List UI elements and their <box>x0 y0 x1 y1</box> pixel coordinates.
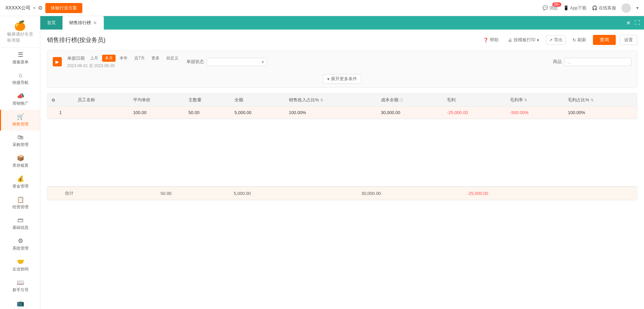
footer-table: 合计 50.00 5,000.00 30,000.00 -25,000.00 <box>47 187 637 200</box>
custom-date-btn[interactable]: 自定义 <box>164 55 181 62</box>
profit-ratio-sort-icon[interactable]: ⇅ <box>591 98 594 102</box>
sidebar-item-inventory[interactable]: 📦 库存核算 <box>0 151 40 172</box>
online-service-button[interactable]: 🎧 在线客服 <box>592 5 616 11</box>
cell-profit: -25,000.00 <box>443 107 506 119</box>
sidebar-label-sales: 销售管理 <box>12 121 29 127</box>
filter-row: ▶ 单据日期 上月 本月 本年 近7天 更多 <box>53 55 632 69</box>
footer-cell-icon <box>47 187 61 200</box>
goods-filter-group: 商品 ... <box>553 58 632 66</box>
goods-placeholder: ... <box>567 59 571 64</box>
footer-quantity: 50.00 <box>157 187 230 200</box>
sidebar-item-quick-nav[interactable]: ⌂ 快捷导航 <box>0 68 40 89</box>
sidebar-item-app-center[interactable]: 📺 应用中心 <box>0 296 40 309</box>
sidebar-label-inventory: 库存核算 <box>12 163 29 168</box>
trial-button[interactable]: 体验行业方案 <box>45 3 82 13</box>
last-7-days-btn[interactable]: 近7天 <box>132 55 147 62</box>
sidebar-item-marketing[interactable]: 📣 营销推广 <box>0 89 40 110</box>
cell-cost: 30,000.00 <box>377 107 443 119</box>
message-badge: 99+ <box>552 2 561 7</box>
tab-sales-rank[interactable]: 销售排行榜 ✕ <box>62 16 104 30</box>
top-settings-icon[interactable]: ⚙ <box>38 5 43 11</box>
expand-window-icon[interactable]: ⛶ <box>635 20 640 26</box>
inventory-icon: 📦 <box>17 154 24 162</box>
expand-filters-button[interactable]: ▾ 展开更多条件 <box>323 74 361 84</box>
headset-icon: 🎧 <box>592 5 597 10</box>
sidebar-item-guide[interactable]: 📖 新手引导 <box>0 275 40 296</box>
last-month-btn[interactable]: 上月 <box>87 55 101 62</box>
chevron-down-icon: ▾ <box>636 5 639 10</box>
help-icon: ❓ <box>483 38 488 43</box>
cell-avg-price: 100.00 <box>129 107 184 119</box>
sidebar-label-purchase: 采购管理 <box>12 142 29 148</box>
tab-home[interactable]: 首页 <box>40 16 62 30</box>
app-download-button[interactable]: 📱 App下载 <box>563 5 587 11</box>
cell-rank: 1 <box>47 107 74 119</box>
sidebar-item-system[interactable]: ⚙ 系统管理 <box>0 234 40 255</box>
refresh-icon: ↻ <box>572 38 576 43</box>
tab-bar: 首页 销售排行榜 ✕ ✕ ⛶ <box>40 16 644 30</box>
th-quantity: 主数量 <box>184 94 230 107</box>
user-dropdown[interactable]: ▾ <box>636 5 639 10</box>
goods-input[interactable]: ... <box>564 58 632 66</box>
help-button[interactable]: ❓ 帮助 <box>480 36 501 44</box>
expand-row: ▾ 展开更多条件 <box>53 71 632 84</box>
status-select[interactable]: ▾ <box>207 58 267 66</box>
sidebar-item-operations[interactable]: 📋 经营管理 <box>0 193 40 213</box>
sidebar-label-finance: 资金管理 <box>12 184 29 189</box>
query-button[interactable]: 查询 <box>593 35 616 45</box>
top-bar-left: XXXXX公司 ▾ ⚙ 体验行业方案 <box>5 3 543 13</box>
filter-area: ▶ 单据日期 上月 本月 本年 近7天 更多 <box>47 50 637 88</box>
settings-button[interactable]: 设置 <box>620 35 637 45</box>
cost-info-icon[interactable]: ⓘ <box>399 98 403 102</box>
sidebar: 🍊 畅康通好生意 标准版 ☰ 搜索菜单 ⌂ 快捷导航 📣 营销推广 🛒 销售管理… <box>0 16 40 309</box>
data-table: ⚙ 员工名称 平均单价 主数量 全额 销售收入占比% ⇅ <box>47 94 637 119</box>
date-range: 2023-06-01 至 2023-06-30 <box>67 63 181 69</box>
current-month-btn[interactable]: 本月 <box>102 55 116 62</box>
cell-name <box>74 107 129 119</box>
company-name: XXXXX公司 <box>5 5 31 11</box>
current-year-btn[interactable]: 本年 <box>117 55 130 62</box>
sidebar-item-purchase[interactable]: 🛍 采购管理 <box>0 131 40 151</box>
company-dropdown-icon[interactable]: ▾ <box>33 6 35 10</box>
table-footer: 合计 50.00 5,000.00 30,000.00 -25,000.00 <box>47 186 637 200</box>
more-dates-btn[interactable]: 更多 <box>149 55 162 62</box>
app-download-icon: 📱 <box>563 5 569 10</box>
filter-collapse-btn[interactable]: ▶ <box>53 57 62 66</box>
empty-space <box>47 119 637 186</box>
sidebar-item-sales[interactable]: 🛒 销售管理 <box>0 110 40 131</box>
finance-icon: 💰 <box>17 175 24 183</box>
goods-label: 商品 <box>553 59 562 65</box>
table-settings-icon: ⚙ <box>51 98 55 103</box>
sidebar-item-base-info[interactable]: 🗃 基础信息 <box>0 213 40 234</box>
sidebar-item-finance[interactable]: 💰 资金管理 <box>0 172 40 193</box>
table-container: ⚙ 员工名称 平均单价 主数量 全额 销售收入占比% ⇅ <box>47 93 637 119</box>
status-select-chevron: ▾ <box>262 59 264 64</box>
tab-close-icon[interactable]: ✕ <box>93 20 97 25</box>
profit-rate-sort-icon[interactable]: ⇅ <box>524 98 527 102</box>
close-window-icon[interactable]: ✕ <box>626 20 631 26</box>
message-button[interactable]: 💬 消息 99+ <box>543 5 558 11</box>
table-header-row: ⚙ 员工名称 平均单价 主数量 全额 销售收入占比% ⇅ <box>47 94 637 107</box>
marketing-icon: 📣 <box>17 92 24 100</box>
th-sales-ratio: 销售收入占比% ⇅ <box>285 94 377 107</box>
export-button[interactable]: ↗ 导出 <box>546 35 566 45</box>
operations-icon: 📋 <box>17 196 24 203</box>
guide-icon: 📖 <box>17 279 24 286</box>
home-tab-label: 首页 <box>47 20 56 26</box>
th-settings[interactable]: ⚙ <box>47 94 74 107</box>
template-print-button[interactable]: 🖨 按模板打印 ▾ <box>505 36 542 44</box>
th-profit: 毛利 <box>443 94 506 107</box>
sidebar-item-enterprise[interactable]: 🤝 企业协同 <box>0 255 40 275</box>
th-avg-price: 平均单价 <box>129 94 184 107</box>
sidebar-label-marketing: 营销推广 <box>12 101 29 106</box>
sales-ratio-sort-icon[interactable]: ⇅ <box>320 98 323 102</box>
app-center-icon: 📺 <box>17 300 24 307</box>
home-icon: ⌂ <box>19 72 23 79</box>
page-actions: ❓ 帮助 🖨 按模板打印 ▾ ↗ 导出 ↻ <box>480 35 637 45</box>
avatar[interactable] <box>621 3 631 13</box>
print-icon: 🖨 <box>508 38 512 43</box>
refresh-button[interactable]: ↻ 刷新 <box>570 36 589 44</box>
page-title: 销售排行榜(按业务员) <box>47 36 105 44</box>
sidebar-item-search-orders[interactable]: ☰ 搜索菜单 <box>0 48 40 68</box>
sidebar-label-operations: 经营管理 <box>12 204 29 210</box>
